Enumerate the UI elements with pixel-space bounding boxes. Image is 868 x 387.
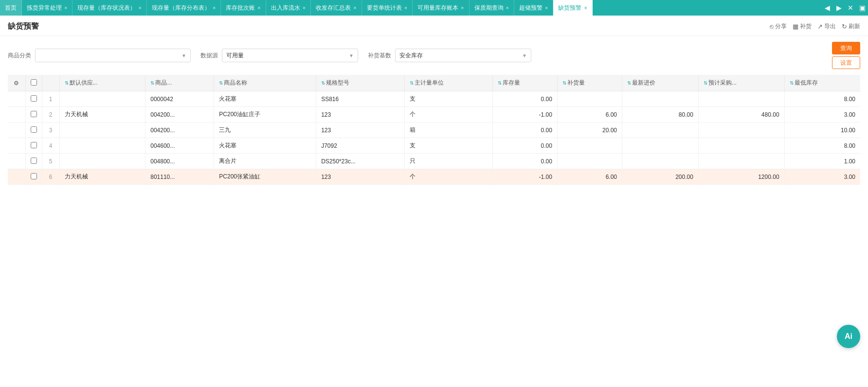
row-checkbox[interactable]: [31, 158, 37, 164]
row-index: 1: [42, 91, 59, 107]
row-checkbox[interactable]: [31, 142, 37, 148]
row-product-name: 火花塞: [214, 91, 316, 107]
tab-restore-btn[interactable]: ▣: [856, 0, 868, 16]
row-spec: DS250*23c...: [316, 154, 405, 169]
tab-batch-account[interactable]: 库存批次账 ×: [221, 0, 266, 16]
table-row: 5 004800... 离合片 DS250*23c... 只 0.00 1.00: [8, 154, 860, 169]
tab-close-all-btn[interactable]: ✕: [845, 0, 856, 16]
row-checkbox-cell: [25, 107, 42, 123]
tab-expiry-query-close[interactable]: ×: [506, 5, 509, 11]
row-replenish-qty: [557, 91, 622, 107]
tab-receive-summary[interactable]: 收发存汇总表 ×: [311, 0, 362, 16]
replenish-base-filter-group: 补货基数 安全库存 ▼: [368, 49, 531, 62]
col-header-product-name[interactable]: ⇅商品名称: [214, 75, 316, 91]
row-index: 6: [42, 169, 59, 185]
datasource-select[interactable]: 可用量 ▼: [222, 49, 358, 62]
share-icon: ⎋: [770, 23, 774, 30]
row-latest-price: 200.00: [622, 169, 698, 185]
row-settings: [8, 138, 25, 154]
datasource-select-value: 可用量: [226, 52, 244, 60]
tab-shortage-warning[interactable]: 缺货预警 ×: [553, 0, 592, 16]
tab-prev-btn[interactable]: ◀: [821, 0, 833, 16]
row-checkbox-cell: [25, 154, 42, 169]
row-latest-price: 80.00: [622, 107, 698, 123]
tab-batch-account-close[interactable]: ×: [257, 5, 260, 11]
row-min-stock: 8.00: [784, 138, 860, 154]
row-default-supplier: [59, 123, 145, 138]
tab-in-out-flow[interactable]: 出入库流水 ×: [266, 0, 311, 16]
tab-in-out-flow-close[interactable]: ×: [303, 5, 306, 11]
row-est-purchase: [698, 154, 784, 169]
col-header-stock-qty[interactable]: ⇅库存量: [492, 75, 557, 91]
tab-inventory-dist[interactable]: 现存量（库存分布表） ×: [147, 0, 221, 16]
row-product-name: 离合片: [214, 154, 316, 169]
filter-bar: 商品分类 ▼ 数据源 可用量 ▼ 补货基数 安全库存 ▼ 查询 设置: [0, 36, 868, 75]
tab-overstock-warning[interactable]: 超储预警 ×: [514, 0, 553, 16]
row-min-stock: 8.00: [784, 91, 860, 107]
col-header-spec[interactable]: ⇅规格型号: [316, 75, 405, 91]
page-title: 缺货预警: [8, 21, 39, 32]
col-header-min-stock[interactable]: ⇅最低库存: [784, 75, 860, 91]
tab-available-ledger[interactable]: 可用量库存账本 ×: [413, 0, 469, 16]
row-stock-qty: -1.00: [492, 107, 557, 123]
row-spec: 123: [316, 123, 405, 138]
select-all-checkbox[interactable]: [31, 79, 37, 86]
category-filter-group: 商品分类 ▼: [8, 49, 191, 62]
row-default-supplier: [59, 91, 145, 107]
tab-inventory-status[interactable]: 现存量（库存状况表） ×: [72, 0, 146, 16]
header-actions: ⎋ 分享 ▦ 补货 ↗ 导出 ↻ 刷新: [770, 22, 860, 31]
tab-home[interactable]: 首页: [0, 0, 22, 16]
share-button[interactable]: ⎋ 分享: [770, 22, 787, 31]
row-checkbox[interactable]: [31, 95, 37, 102]
refresh-button[interactable]: ↻ 刷新: [842, 22, 860, 31]
row-replenish-qty: [557, 138, 622, 154]
row-est-purchase: [698, 123, 784, 138]
tab-inventory-status-close[interactable]: ×: [138, 5, 141, 11]
col-header-est-purchase[interactable]: ⇅预计采购...: [698, 75, 784, 91]
category-select[interactable]: ▼: [35, 49, 191, 62]
row-latest-price: [622, 154, 698, 169]
replenish-base-select[interactable]: 安全库存 ▼: [395, 49, 531, 62]
row-checkbox[interactable]: [31, 111, 37, 117]
col-header-product-code[interactable]: ⇅商品...: [145, 75, 214, 91]
col-header-default-supplier[interactable]: ⇅默认供应...: [59, 75, 145, 91]
datasource-label: 数据源: [200, 52, 218, 60]
tab-order-stats[interactable]: 要货单统计表 ×: [362, 0, 413, 16]
replenish-icon: ▦: [793, 23, 798, 30]
row-index: 2: [42, 107, 59, 123]
tab-available-ledger-close[interactable]: ×: [461, 5, 464, 11]
tab-overstock-warning-close[interactable]: ×: [545, 5, 548, 11]
row-unit: 个: [405, 169, 493, 185]
query-button[interactable]: 查询: [832, 42, 860, 54]
tab-order-stats-close[interactable]: ×: [404, 5, 407, 11]
col-header-unit[interactable]: ⇅主计量单位: [405, 75, 493, 91]
row-replenish-qty: 6.00: [557, 169, 622, 185]
row-est-purchase: [698, 91, 784, 107]
tab-inventory-dist-close[interactable]: ×: [213, 5, 216, 11]
tab-exception[interactable]: 拣货异常处理 ×: [22, 0, 72, 16]
col-header-replenish-qty[interactable]: ⇅补货量: [557, 75, 622, 91]
settings-button[interactable]: 设置: [832, 56, 860, 69]
tab-expiry-query[interactable]: 保质期查询 ×: [470, 0, 514, 16]
category-select-arrow: ▼: [181, 53, 186, 58]
category-label: 商品分类: [8, 52, 31, 60]
tab-shortage-warning-close[interactable]: ×: [584, 5, 587, 11]
row-checkbox[interactable]: [31, 173, 37, 179]
replenish-button[interactable]: ▦ 补货: [793, 22, 812, 31]
col-header-index: [42, 75, 59, 91]
row-index: 5: [42, 154, 59, 169]
tab-exception-close[interactable]: ×: [64, 5, 67, 11]
export-icon: ↗: [817, 23, 823, 30]
table-row: 3 004200... 三九 123 箱 0.00 20.00 10.00: [8, 123, 860, 138]
ai-button[interactable]: Ai: [837, 325, 860, 348]
replenish-base-label: 补货基数: [368, 52, 391, 60]
row-default-supplier: 力天机械: [59, 169, 145, 185]
row-replenish-qty: 6.00: [557, 107, 622, 123]
export-button[interactable]: ↗ 导出: [817, 22, 836, 31]
tab-next-btn[interactable]: ▶: [833, 0, 845, 16]
col-header-settings[interactable]: ⚙: [8, 75, 25, 91]
tab-receive-summary-close[interactable]: ×: [353, 5, 356, 11]
col-header-latest-price[interactable]: ⇅最新进价: [622, 75, 698, 91]
row-checkbox[interactable]: [31, 126, 37, 133]
row-min-stock: 3.00: [784, 107, 860, 123]
